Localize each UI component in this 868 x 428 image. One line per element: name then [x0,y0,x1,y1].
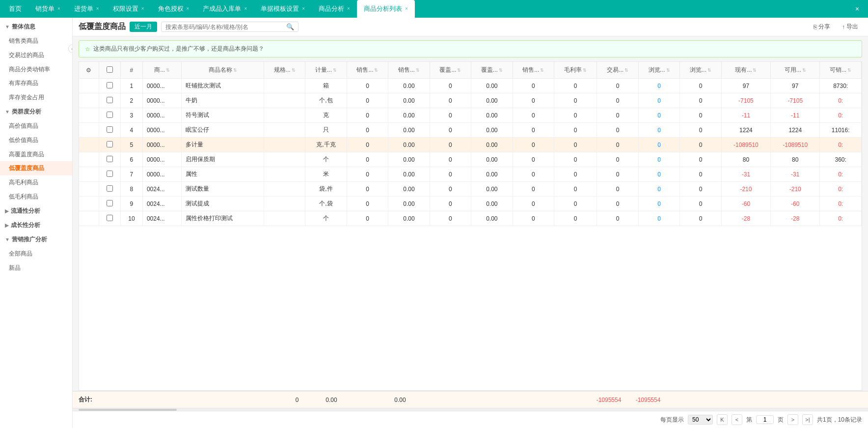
nav-template-close[interactable]: × [302,0,305,18]
row-index: 9 [120,197,142,211]
row-select-checkbox[interactable] [107,126,113,133]
page-number-input[interactable] [756,415,774,424]
global-close-button[interactable]: × [848,0,866,18]
row-cov2: 0.00 [471,152,513,167]
per-page-select[interactable]: 50 100 200 [688,415,713,425]
last-page-button[interactable]: >| [802,414,813,425]
row-select-checkbox[interactable] [107,112,113,118]
th-spec[interactable]: 规格...⇅ [264,62,305,79]
sidebar-item-high-profit[interactable]: 高毛利商品 [0,175,72,190]
sidebar-item-stock-funds[interactable]: 库存资金占用 [0,90,72,105]
sidebar-section-cluster-label: 类群度分析 [12,108,41,116]
th-sellable[interactable]: 可销...⇅ [820,62,862,79]
nav-home[interactable]: 首页 [2,0,28,18]
th-trade[interactable]: 交易...⇅ [597,62,638,79]
nav-role-close[interactable]: × [187,0,190,18]
sidebar-item-new-products[interactable]: 新品 [0,261,72,275]
sidebar-item-low-value[interactable]: 低价值商品 [0,133,72,147]
th-browse1[interactable]: 浏览...⇅ [638,62,679,79]
nav-role[interactable]: 角色授权 × [151,0,196,18]
row-select-checkbox[interactable] [107,97,113,103]
sidebar-item-category-rate[interactable]: 商品分类动销率 [0,62,72,77]
export-button[interactable]: ↑ 导出 [838,22,862,32]
row-unit: 个 [305,152,347,167]
th-coverage2[interactable]: 覆盖...⇅ [471,62,513,79]
row-sellable: 0: [820,138,862,152]
prev-page-button[interactable]: < [732,414,742,425]
th-coverage1[interactable]: 覆盖...⇅ [430,62,471,79]
period-button[interactable]: 近一月 [130,22,157,32]
first-page-button[interactable]: K [717,414,728,425]
th-settings[interactable]: ⚙ [79,62,99,79]
row-select-checkbox[interactable] [107,215,113,221]
th-current-stock[interactable]: 现有...⇅ [721,62,770,79]
row-select-checkbox[interactable] [107,185,113,192]
sidebar-item-high-coverage[interactable]: 高覆盖度商品 [0,147,72,162]
select-all-checkbox[interactable] [107,66,113,73]
th-unit[interactable]: 计量...⇅ [305,62,347,79]
nav-sales-close[interactable]: × [57,0,60,18]
next-page-button[interactable]: > [787,414,798,425]
th-sales-amt[interactable]: 销售...⇅ [388,62,430,79]
browse1-link[interactable]: 0 [657,142,661,148]
th-code[interactable]: 商...⇅ [142,62,182,79]
nav-warehouse-close[interactable]: × [244,0,247,18]
nav-warehouse[interactable]: 产成品入库单 × [196,0,254,18]
row-select-checkbox[interactable] [107,141,113,147]
sidebar-section-cluster[interactable]: ▼ 类群度分析 [0,105,72,119]
row-spec [264,167,305,182]
share-button[interactable]: ⎘ 分享 [810,22,834,32]
browse1-link[interactable]: 0 [657,97,661,104]
row-sales-x: 0 [513,197,554,211]
browse1-link[interactable]: 0 [657,112,661,119]
nav-permission[interactable]: 权限设置 × [106,0,151,18]
row-select-checkbox[interactable] [107,171,113,177]
nav-product-analysis-list-close[interactable]: × [405,0,408,18]
browse1-link[interactable]: 0 [657,215,661,222]
nav-product-analysis-close[interactable]: × [347,0,350,18]
row-name: 牛奶 [182,93,264,108]
th-sales-qty[interactable]: 销售...⇅ [347,62,388,79]
row-select-checkbox[interactable] [107,156,113,162]
th-browse2[interactable]: 浏览...⇅ [680,62,721,79]
sidebar-section-growth[interactable]: ▶ 成长性分析 [0,218,72,232]
sidebar-item-low-profit[interactable]: 低毛利商品 [0,190,72,204]
search-input[interactable] [165,24,286,30]
table-row: 4 0000... 眠宝公仔 只 0 0.00 0 0.00 0 0 0 0 0… [79,123,862,138]
browse1-link[interactable]: 0 [657,156,661,163]
row-sales-qty: 0 [347,108,388,123]
th-name[interactable]: 商品名称⇅ [182,62,264,79]
th-available[interactable]: 可用...⇅ [771,62,820,79]
nav-permission-close[interactable]: × [141,0,144,18]
browse1-link[interactable]: 0 [657,200,661,207]
row-browse2: 0 [680,182,721,197]
browse1-link[interactable]: 0 [657,83,661,89]
nav-sales[interactable]: 销货单 × [28,0,67,18]
sidebar-item-high-value[interactable]: 高价值商品 [0,119,72,133]
row-browse1: 0 [638,93,679,108]
th-gross-rate[interactable]: 毛利率⇅ [554,62,597,79]
sidebar-item-sales-products[interactable]: 销售类商品 [0,34,72,48]
arrow-right-icon-3: ▶ [5,208,9,214]
horizontal-scrollbar[interactable] [79,409,177,411]
sidebar-item-traded-products[interactable]: 交易过的商品 [0,48,72,62]
nav-product-analysis[interactable]: 商品分析 × [312,0,357,18]
sidebar-section-general[interactable]: ▼ 整体信息 [0,20,72,34]
nav-purchase-close[interactable]: × [96,0,99,18]
nav-template[interactable]: 单据模板设置 × [254,0,312,18]
sidebar-section-flow[interactable]: ▶ 流通性分析 [0,204,72,218]
table-container[interactable]: ⚙ # 商...⇅ 商品名称⇅ 规格...⇅ 计量...⇅ 销售...⇅ 销售.… [79,61,862,391]
th-sales-x[interactable]: 销售...⇅ [513,62,554,79]
sidebar-section-marketing[interactable]: ▼ 营销推广分析 [0,232,72,247]
sidebar-item-in-stock[interactable]: 有库存商品 [0,76,72,90]
row-cov1: 0 [430,93,471,108]
browse1-link[interactable]: 0 [657,127,661,134]
nav-purchase[interactable]: 进货单 × [67,0,106,18]
nav-product-analysis-list[interactable]: 商品分析列表 × [357,0,415,18]
sidebar-item-low-coverage[interactable]: 低覆盖度商品 [0,161,72,175]
row-select-checkbox[interactable] [107,82,113,88]
browse1-link[interactable]: 0 [657,186,661,193]
row-select-checkbox[interactable] [107,200,113,206]
sidebar-item-all-products[interactable]: 全部商品 [0,247,72,261]
browse1-link[interactable]: 0 [657,171,661,178]
